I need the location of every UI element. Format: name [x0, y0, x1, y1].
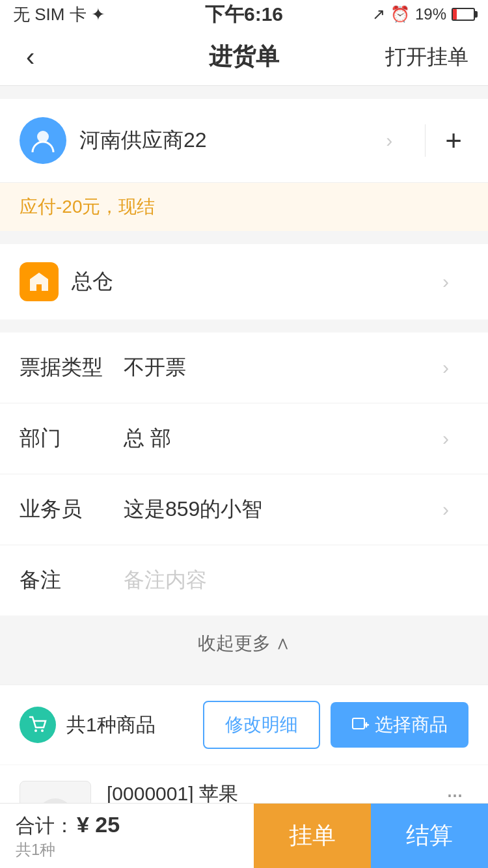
total-label: 合计： [16, 813, 74, 839]
staff-row[interactable]: 业务员 这是859的小智 › [0, 474, 488, 545]
add-supplier-button[interactable]: + [439, 124, 468, 157]
gap-3 [0, 319, 488, 332]
bottom-bar: 合计： ¥ 25 共1种 挂单 结算 [0, 803, 488, 868]
form-section: 票据类型 不开票 › 部门 总 部 › 业务员 这是859的小智 › 备注 备注… [0, 332, 488, 616]
status-right: ↗ ⏰ 19% [372, 5, 475, 23]
status-time: 下午6:16 [205, 1, 283, 28]
status-bar: 无 SIM 卡 ✦ 下午6:16 ↗ ⏰ 19% [0, 0, 488, 29]
invoice-label: 票据类型 [20, 353, 111, 382]
product-count-label: 共1种商品 [66, 712, 203, 739]
supplier-name: 河南供应商22 [79, 126, 386, 155]
total-section: 合计： ¥ 25 共1种 [0, 804, 254, 868]
warehouse-chevron-icon: › [442, 271, 449, 293]
alarm-icon: ⏰ [390, 5, 410, 23]
staff-label: 业务员 [20, 495, 111, 524]
supplier-avatar [20, 117, 66, 164]
battery-icon [452, 8, 475, 21]
gap-1 [0, 86, 488, 99]
dept-value: 总 部 [111, 424, 442, 453]
invoice-value: 不开票 [111, 353, 442, 382]
total-row: 合计： ¥ 25 [16, 812, 238, 839]
dept-chevron-icon: › [442, 427, 449, 450]
svg-point-2 [34, 729, 37, 732]
gap-4 [0, 671, 488, 685]
total-sub-label: 共1种 [16, 839, 238, 860]
page-title: 进货单 [209, 41, 279, 73]
checkout-button[interactable]: 结算 [371, 804, 488, 868]
remark-row[interactable]: 备注 备注内容 [0, 545, 488, 616]
product-cart-icon [20, 707, 56, 743]
remark-input[interactable]: 备注内容 [111, 566, 468, 595]
edit-detail-button[interactable]: 修改明细 [203, 701, 320, 749]
total-value: ¥ 25 [77, 812, 120, 837]
svg-point-3 [41, 729, 44, 732]
warehouse-name: 总仓 [72, 267, 442, 296]
staff-value: 这是859的小智 [111, 495, 442, 524]
invoice-chevron-icon: › [442, 357, 449, 379]
battery-text: 19% [415, 5, 446, 23]
invoice-row[interactable]: 票据类型 不开票 › [0, 332, 488, 403]
vertical-divider [425, 124, 426, 157]
collapse-button[interactable]: 收起更多 ∧ [0, 616, 488, 671]
warehouse-row[interactable]: 总仓 › [0, 244, 488, 319]
supplier-chevron-icon: › [386, 129, 392, 152]
staff-chevron-icon: › [442, 498, 449, 521]
back-button[interactable]: ‹ [20, 36, 41, 78]
location-icon: ↗ [372, 5, 385, 23]
supplier-row[interactable]: 河南供应商22 › + [0, 99, 488, 183]
supplier-section: 河南供应商22 › + 应付-20元，现结 [0, 99, 488, 231]
status-left: 无 SIM 卡 ✦ [13, 3, 105, 26]
svg-rect-1 [36, 284, 42, 291]
gap-2 [0, 231, 488, 244]
hang-button[interactable]: 挂单 [254, 804, 371, 868]
product-header: 共1种商品 修改明细 选择商品 [0, 685, 488, 765]
nav-bar: ‹ 进货单 打开挂单 [0, 29, 488, 86]
svg-point-0 [37, 131, 49, 142]
signal-text: 无 SIM 卡 ✦ [13, 3, 105, 26]
open-hang-button[interactable]: 打开挂单 [385, 43, 468, 72]
dept-label: 部门 [20, 424, 111, 453]
svg-rect-4 [353, 718, 364, 729]
remark-label: 备注 [20, 566, 111, 595]
notice-bar: 应付-20元，现结 [0, 183, 488, 231]
warehouse-section: 总仓 › [0, 244, 488, 319]
dept-row[interactable]: 部门 总 部 › [0, 403, 488, 474]
warehouse-icon [20, 262, 59, 301]
select-product-button[interactable]: 选择商品 [331, 702, 468, 748]
select-product-label: 选择商品 [375, 712, 448, 737]
